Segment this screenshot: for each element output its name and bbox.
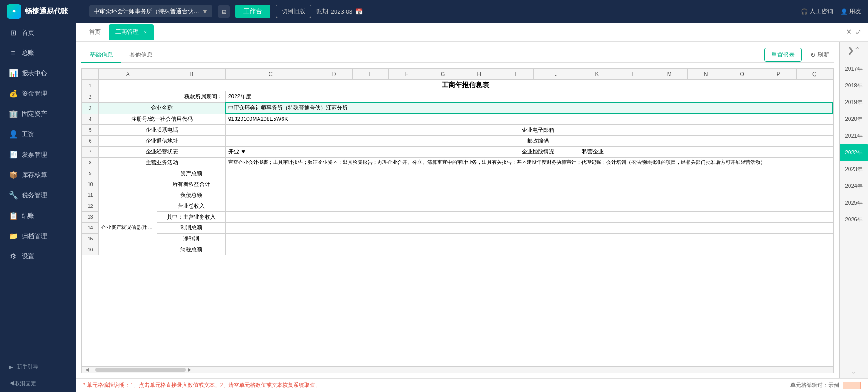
sidebar-item-closing[interactable]: 📋 结账 (0, 206, 76, 226)
row11-empty (99, 190, 157, 201)
sub-tab-basic-label: 基础信息 (90, 51, 113, 58)
row4-value[interactable]: 91320100MA208E5W6K (225, 114, 833, 124)
sidebar-item-assets[interactable]: 🏢 固定资产 (0, 104, 76, 124)
scroll-right-icon[interactable]: ▶ (186, 367, 193, 372)
collapse-right-icon[interactable]: ❯ (847, 45, 854, 55)
sidebar-item-invoice[interactable]: 🧾 发票管理 (0, 144, 76, 165)
row5-value2[interactable] (579, 124, 833, 135)
row10-value[interactable] (225, 179, 833, 190)
header-right: 🎧 人工咨询 👤 用友 (801, 7, 861, 15)
sub-tab-other[interactable]: 其他信息 (121, 47, 161, 63)
row-num: 8 (82, 157, 99, 168)
reset-report-button[interactable]: 重置报表 (764, 48, 802, 62)
switch-version-button[interactable]: 切到旧版 (276, 5, 311, 18)
inventory-icon: 📦 (9, 171, 17, 179)
refresh-button[interactable]: ↻ 刷新 (806, 48, 834, 62)
year-item-2024[interactable]: 2024年 (840, 178, 868, 195)
row6-value1[interactable] (225, 135, 497, 146)
row12-value[interactable] (225, 201, 833, 211)
col-k: K (579, 69, 615, 80)
toolbar-right: 重置报表 ↻ 刷新 (764, 48, 834, 62)
table-row: 14 利润总额 (82, 222, 833, 233)
col-o: O (724, 69, 760, 80)
row-num: 14 (82, 222, 99, 233)
sidebar-item-settings[interactable]: ⚙ 设置 (0, 246, 76, 267)
sidebar-label-assets: 固定资产 (22, 110, 47, 118)
sidebar-item-salary[interactable]: 👤 工资 (0, 124, 76, 144)
sub-tab-basic[interactable]: 基础信息 (81, 47, 121, 63)
year-item-2026[interactable]: 2026年 (840, 211, 868, 228)
row2-value[interactable]: 2022年度 (225, 91, 833, 103)
row-num: 1 (82, 80, 99, 91)
ledger-icon: ≡ (9, 49, 17, 57)
col-e: E (352, 69, 388, 80)
row5-value1[interactable] (225, 124, 497, 135)
row7-value1[interactable]: 开业 ▼ (225, 146, 497, 157)
user-button[interactable]: 👤 用友 (840, 7, 861, 15)
col-header-row: A B C D E F G H I J (82, 69, 833, 80)
col-d: D (316, 69, 352, 80)
invoice-icon: 🧾 (9, 150, 17, 159)
assets-icon: 🏢 (9, 110, 17, 118)
sidebar-item-reports[interactable]: 📊 报表中心 (0, 63, 76, 83)
company-selector[interactable]: 中审众环会计师事务所（特殊普通合伙… ▼ (89, 5, 212, 17)
year-item-2025[interactable]: 2025年 (840, 195, 868, 211)
workbench-button[interactable]: 工作台 (235, 5, 270, 18)
sidebar-item-inventory[interactable]: 📦 库存核算 (0, 165, 76, 185)
row6-label2: 邮政编码 (497, 135, 579, 146)
scrollbar-thumb[interactable] (95, 368, 186, 372)
row9-value[interactable] (225, 168, 833, 179)
sidebar-item-ledger[interactable]: ≡ 总账 (0, 43, 76, 63)
row13-value[interactable] (225, 211, 833, 222)
row12-label: 营业总收入 (157, 201, 225, 211)
row-num: 12 (82, 201, 99, 211)
col-h: H (461, 69, 497, 80)
cancel-fixed-button[interactable]: ◀取消固定 (0, 375, 76, 392)
row8-value[interactable]: 审查企业会计报表；出具审计报告；验证企业资本；出具验资报告；办理企业合开、分立、… (225, 157, 833, 168)
row16-value[interactable] (225, 244, 833, 255)
sidebar-item-tax[interactable]: 🔧 税务管理 (0, 185, 76, 206)
sidebar-item-home[interactable]: ⊞ 首页 (0, 23, 76, 43)
tab-close-icon[interactable]: ✕ (143, 29, 147, 35)
row11-value[interactable] (225, 190, 833, 201)
copy-button[interactable]: ⧉ (218, 5, 230, 18)
horizontal-scrollbar[interactable]: ◀ ▶ (82, 366, 833, 373)
row15-value[interactable] (225, 233, 833, 244)
table-row: 1 工商年报信息表 (82, 80, 833, 91)
tab-home[interactable]: 首页 (83, 24, 107, 40)
row11-label: 负债总额 (157, 190, 225, 201)
col-p: P (760, 69, 796, 80)
year-item-2022[interactable]: 2022年 (840, 144, 868, 161)
row6-value2[interactable] (579, 135, 833, 146)
maximize-icon[interactable]: ⤢ (855, 28, 861, 36)
year-item-2017[interactable]: 2017年 (840, 61, 868, 77)
new-guide-button[interactable]: ▶ 新手引导 (0, 359, 76, 375)
year-item-2019[interactable]: 2019年 (840, 94, 868, 111)
sidebar-item-archive[interactable]: 📁 归档管理 (0, 226, 76, 246)
expand-up-icon[interactable]: ⌃ (854, 45, 861, 55)
spreadsheet-scroll[interactable]: A B C D E F G H I J (82, 68, 833, 366)
service-label: 人工咨询 (810, 7, 833, 15)
sidebar-item-funds[interactable]: 💰 资金管理 (0, 83, 76, 104)
row4-label: 注册号/统一社会信用代码 (99, 114, 226, 124)
close-window-icon[interactable]: ✕ (846, 28, 852, 36)
scroll-left-icon[interactable]: ◀ (84, 367, 91, 372)
row-num: 11 (82, 190, 99, 201)
tab-business[interactable]: 工商管理 ✕ (109, 24, 154, 40)
year-item-2023[interactable]: 2023年 (840, 161, 868, 178)
sidebar-label-archive: 归档管理 (22, 232, 47, 240)
sheet-title[interactable]: 工商年报信息表 (99, 80, 833, 91)
row10-empty (99, 179, 157, 190)
sidebar-label-tax: 税务管理 (22, 191, 47, 200)
table-row: 2 税款所属期间： 2022年度 (82, 91, 833, 103)
row7-value2[interactable]: 私营企业 (579, 146, 833, 157)
year-item-2021[interactable]: 2021年 (840, 128, 868, 144)
year-nav-down[interactable]: ⌄ (848, 364, 859, 378)
calendar-icon[interactable]: 📅 (355, 8, 363, 15)
service-button[interactable]: 🎧 人工咨询 (801, 7, 833, 15)
row14-value[interactable] (225, 222, 833, 233)
table-row: 12 企业资产状况信息(币种：人民币万元) 营业总收入 (82, 201, 833, 211)
year-item-2018[interactable]: 2018年 (840, 77, 868, 94)
year-item-2020[interactable]: 2020年 (840, 111, 868, 128)
row3-value[interactable]: 中审众环会计师事务所（特殊普通合伙）江苏分所 (225, 102, 833, 114)
